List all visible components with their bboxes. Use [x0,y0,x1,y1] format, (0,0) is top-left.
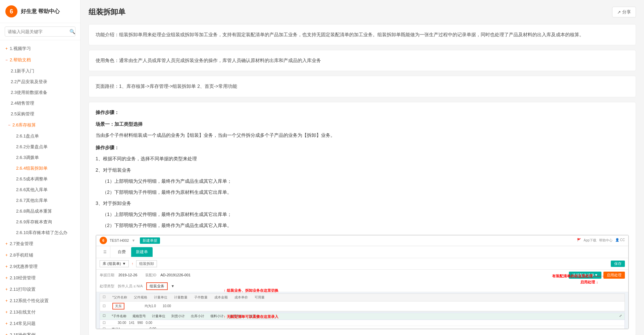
sidebar-item-faq[interactable]: + 2.14常见问题 [0,318,80,329]
ss-srow1-vals: 30.00 141 990 0.00 [118,321,152,325]
sidebar-item-custom[interactable]: + 2.12系统个性化设置 [0,295,80,306]
sidebar-sub-adjust[interactable]: 2.6.3调拨单 [0,152,80,163]
fake-screenshot: 6 TEST-H002 ▼ 新建单据 🚩 App下载 帮助中心 👤 CC ☰ 自… [96,235,629,329]
ss-row1-name: 关东 [112,303,124,310]
ss-annotation1: 有装配清单的在这里处理 ——→ [552,274,605,278]
ss-th-1: ☐ [103,295,106,300]
ss-annotation1-wrapper: 有装配清单的在这里处理 ——→ [552,273,605,279]
ss-process-btn: 启用处理 [603,272,625,279]
sidebar-sub-ledger[interactable]: 2.6.9库存账本查询 [0,217,80,227]
sidebar-sub-sales[interactable]: 2.4销售管理 [0,98,80,109]
steps-title: 操作步骤： [96,108,629,117]
sidebar-item-inventory-label: 2.6库存核算 [12,122,36,128]
ss-th-qty: 计量数量 [174,295,187,300]
step-op: 操作步骤： [96,144,629,152]
sidebar-sub-costrecalc[interactable]: 2.6.8商品成本重算 [0,206,80,217]
sidebar-sub-outother[interactable]: 2.6.7其他出库单 [0,195,80,206]
ss-app-icon: App下载 [584,238,596,243]
ss-row1-check: ☐ [103,304,106,308]
plus-icon2: + [5,241,8,246]
ss-date-value: 2019-12-26 [118,273,137,277]
step-1: 1、根据不同的业务，选择不同单据的类型来处理 [96,155,629,163]
ss-type-arrow: ▼ [122,262,126,266]
steps-block: 操作步骤： 场景一：加工类型选择 当由多个子件材料组装成一个成品的业务为【组装】… [89,102,636,335]
ss-toolbar-annotation: ↑ [131,262,133,266]
sidebar-sub-ledgerwrong[interactable]: 2.6.10库存账本错了怎么办 [0,227,80,238]
ss-th-costprice: 成本单价 [234,295,248,300]
path-text: 页面路径：1、库存核算->库存管理->组装拆卸单 2、首页->常用功能 [96,82,629,91]
logo-area: 6 好生意 帮助中心 [0,0,80,23]
ss-flag-icon: 🚩 [577,238,581,243]
ss-table-header: ☐ *父件名称 父件规格 计量单位 计量数量 子件数量 成本金额 成本单价 可用… [100,294,625,301]
ss-type-arrow2: ▼ [171,284,175,288]
plus-icon9: + [5,321,8,326]
path-card: 页面路径：1、库存核算->库存管理->组装拆卸单 2、首页->常用功能 [89,76,636,97]
ss-docno: TEST-H002 [110,238,129,242]
ss-th-avail: 可用量 [255,295,265,300]
ss-expand-icon: ⤢ [619,314,622,319]
sidebar-item-coupon[interactable]: + 2.9优惠券管理 [0,261,80,272]
plus-icon: + [5,46,8,51]
ss-new-btn: 新建单据 [140,237,160,244]
step-2-title: 2、对于组装业务 [96,166,629,174]
ss-srow2-check: ☐ [103,327,106,329]
ss-type-select: 库 (组装单) ▼ [100,260,129,267]
search-input[interactable] [5,27,67,36]
sidebar-item-mobile[interactable]: + 2.8手机旺铺 [0,249,80,261]
ss-help-icon: 帮助中心 [599,238,612,243]
sidebar-item-video-label: 1.视频学习 [10,46,31,52]
sidebar-item-inventory[interactable]: − 2.6库存核算 [0,119,80,131]
intro-card: 功能介绍：组装拆卸单用来处理企业组装或拆卸等加工业务，支持有固定装配清单的产品加… [89,24,636,45]
ss-process-type-label: 处理类型 [100,284,114,289]
plus-icon6: + [5,287,8,292]
search-wrapper: 🔍 [5,26,75,37]
plus-icon10: + [5,333,8,335]
sidebar-item-finance[interactable]: + 2.7资金管理 [0,238,80,249]
sidebar-sub-stocktake[interactable]: 2.6.1盘点单 [0,131,80,142]
plus-icon4: + [5,264,8,269]
sidebar-item-print[interactable]: + 2.11打印设置 [0,284,80,295]
sidebar-item-cases[interactable]: + 2.15操作案例 [0,329,80,335]
ss-th-spec: 父件规格 [134,295,147,300]
ss-sub-table: ☐ *子件名称 规格型号 计量单位 到货小计 出库小计 领料小计 备用列出 加工… [100,313,625,329]
logo-text: 好生意 帮助中心 [21,8,60,15]
minus-icon2: − [8,123,10,127]
sidebar-sub-install[interactable]: 2.2产品安装及登录 [0,76,80,87]
plus-icon7: + [5,298,8,303]
ss-id-label: 装配ID [145,273,156,278]
search-icon[interactable]: 🔍 [67,27,78,36]
ss-process-type-count: 拆件人员 ≤ N/A [118,284,143,289]
ss-srow2: ☐ 商品1 0.00 [100,326,625,329]
ss-type-label: 库 (组装单) [103,261,121,266]
sidebar: 6 好生意 帮助中心 🔍 + 1.视频学习 − 2.帮助文档 2.1新手入门 2… [0,0,80,335]
ss-row1-qty: 均为1.0 [145,304,156,309]
intro-text: 功能介绍：组装拆卸单用来处理企业组装或拆卸等加工业务，支持有固定装配清单的产品加… [96,31,629,39]
sidebar-item-docs[interactable]: − 2.帮助文档 [0,54,80,66]
ss-srow1-check: ☐ [103,321,106,325]
sidebar-sub-newbie[interactable]: 2.1新手入门 [0,66,80,76]
sidebar-item-biz[interactable]: + 2.10经营管理 [0,272,80,284]
sidebar-sub-split[interactable]: 2.6.2分量盘点单 [0,142,80,152]
ss-date-label: 单据日期 [100,273,114,278]
screenshot-container: 6 TEST-H002 ▼ 新建单据 🚩 App下载 帮助中心 👤 CC ☰ 自… [96,235,629,329]
sidebar-sub-cost[interactable]: 2.6.5成本调整单 [0,174,80,184]
ss-logo: 6 [100,237,107,244]
logo-icon: 6 [5,5,17,17]
ss-user-icon: 👤 CC [615,238,625,243]
sidebar-item-payment[interactable]: + 2.13在线支付 [0,306,80,318]
sidebar-sub-data[interactable]: 2.3使用前数据准备 [0,87,80,98]
ss-nav-tabs: ☰ 自费 新建单 [96,246,628,258]
ss-th-subqty: 子件数量 [194,295,208,300]
sidebar-sub-inother[interactable]: 2.6.6其他入库单 [0,184,80,195]
ss-sub-header: ☐ *子件名称 规格型号 计量单位 到货小计 出库小计 领料小计 备用列出 加工… [100,313,625,320]
nav-list: + 1.视频学习 − 2.帮助文档 2.1新手入门 2.2产品安装及登录 2.3… [0,40,80,335]
share-button[interactable]: ↗ 分享 [612,7,636,17]
sidebar-sub-assembly[interactable]: 2.6.4组装拆卸单 [0,163,80,174]
sidebar-item-video[interactable]: + 1.视频学习 [0,43,80,54]
sidebar-sub-purchase[interactable]: 2.5采购管理 [0,109,80,119]
plus-icon8: + [5,310,8,315]
share-label: 分享 [622,9,631,15]
ss-annotation4: ↑ 无固定清单可以直接在这里录入 [224,315,278,319]
ss-tab-home: 自费 [113,247,130,257]
ss-th-unit: 计量单位 [154,295,167,300]
